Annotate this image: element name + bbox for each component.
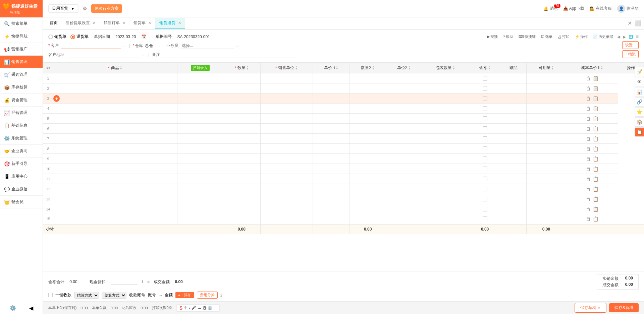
gift-cell-13[interactable] bbox=[469, 194, 501, 204]
tab-home[interactable]: 首页 bbox=[46, 18, 62, 28]
copy-icon-7[interactable]: 📋 bbox=[593, 136, 598, 141]
available-cell-8[interactable] bbox=[501, 144, 527, 154]
available-cell-15[interactable] bbox=[501, 214, 527, 224]
maximize-icon[interactable]: ⬜ bbox=[635, 20, 641, 26]
copy-icon-6[interactable]: 📋 bbox=[593, 126, 598, 131]
pkg-qty-cell-4[interactable] bbox=[386, 104, 422, 114]
copy-icon-9[interactable]: 📋 bbox=[593, 156, 598, 162]
gift-cell-8[interactable] bbox=[469, 144, 501, 154]
address-input[interactable] bbox=[66, 52, 140, 58]
sidebar-item-finance[interactable]: 💰 资金管理 bbox=[0, 94, 43, 107]
qty2-cell-7[interactable] bbox=[313, 134, 350, 144]
unit-cell-1[interactable] bbox=[223, 73, 260, 83]
available-cell-11[interactable] bbox=[501, 174, 527, 184]
price-cell-14[interactable] bbox=[260, 204, 313, 214]
copy-icon-1[interactable]: 📋 bbox=[593, 76, 598, 81]
copy-icon-11[interactable]: 📋 bbox=[593, 176, 598, 182]
gift-checkbox-9[interactable] bbox=[483, 156, 487, 161]
product-cell-14[interactable] bbox=[53, 204, 177, 214]
delete-icon-8[interactable]: 🗑 bbox=[586, 146, 591, 151]
cost-price-cell-5[interactable] bbox=[527, 114, 566, 124]
sidebar-item-guide[interactable]: 🎯 新手引导 bbox=[0, 158, 43, 170]
address-dots[interactable]: ··· bbox=[142, 53, 146, 57]
unit-cell-5[interactable] bbox=[223, 114, 260, 124]
delete-icon-10[interactable]: 🗑 bbox=[586, 166, 591, 172]
cost-price-cell-3[interactable] bbox=[527, 93, 566, 104]
pkg-qty-cell-6[interactable] bbox=[386, 124, 422, 134]
gift-cell-11[interactable] bbox=[469, 174, 501, 184]
unit-cell-15[interactable] bbox=[223, 214, 260, 224]
gift-checkbox-7[interactable] bbox=[483, 136, 487, 141]
available-cell-9[interactable] bbox=[501, 154, 527, 164]
pkg-qty-cell-11[interactable] bbox=[386, 174, 422, 184]
available-cell-7[interactable] bbox=[501, 134, 527, 144]
tab-goods[interactable]: 销货单 ✕ bbox=[129, 18, 155, 28]
copy-icon-2[interactable]: 📋 bbox=[593, 86, 598, 91]
sidebar-item-purchase[interactable]: 🛒 采购管理 bbox=[0, 68, 43, 81]
copy-icon-12[interactable]: 📋 bbox=[593, 186, 598, 192]
gift-cell-1[interactable] bbox=[469, 73, 501, 83]
qty-cell-3[interactable] bbox=[177, 93, 223, 104]
gift-cell-9[interactable] bbox=[469, 154, 501, 164]
price-cell-13[interactable] bbox=[260, 194, 313, 204]
price-cell-10[interactable] bbox=[260, 164, 313, 174]
amount-cell-5[interactable] bbox=[422, 114, 469, 124]
gift-checkbox-11[interactable] bbox=[483, 177, 487, 181]
customer-dots[interactable]: ... bbox=[123, 44, 126, 48]
settings-bottom-icon[interactable]: ⚙️ bbox=[9, 305, 16, 311]
price-cell-12[interactable] bbox=[260, 184, 313, 194]
tab-order-close[interactable]: ✕ bbox=[122, 21, 125, 25]
remark-input[interactable] bbox=[162, 52, 296, 58]
delete-icon-2[interactable]: 🗑 bbox=[586, 86, 591, 91]
customer-input[interactable] bbox=[61, 43, 121, 49]
sidebar-collapse-icon[interactable]: ◀ bbox=[29, 305, 33, 311]
pkg-qty-cell-5[interactable] bbox=[386, 114, 422, 124]
qty2-cell-15[interactable] bbox=[313, 214, 350, 224]
account-dots[interactable]: ··· bbox=[159, 293, 162, 298]
pkg-qty-cell-3[interactable] bbox=[386, 93, 422, 104]
unit2-cell-12[interactable] bbox=[350, 184, 386, 194]
cost-price-cell-15[interactable] bbox=[527, 214, 566, 224]
daily-goods-btn[interactable]: 日用百货 ▼ bbox=[48, 4, 78, 13]
amount-cell-1[interactable] bbox=[422, 73, 469, 83]
price-cell-7[interactable] bbox=[260, 134, 313, 144]
price-cell-5[interactable] bbox=[260, 114, 313, 124]
qty-cell-12[interactable] bbox=[177, 184, 223, 194]
gift-cell-4[interactable] bbox=[469, 104, 501, 114]
cost-price-cell-10[interactable] bbox=[527, 164, 566, 174]
cost-price-cell-1[interactable] bbox=[527, 73, 566, 83]
tab-order[interactable]: 销售订单 ✕ bbox=[100, 18, 129, 28]
gift-checkbox-1[interactable] bbox=[483, 76, 487, 81]
price-cell-4[interactable] bbox=[260, 104, 313, 114]
discount-input[interactable] bbox=[111, 279, 138, 285]
gift-cell-5[interactable] bbox=[469, 114, 501, 124]
unit2-cell-13[interactable] bbox=[350, 194, 386, 204]
calendar-icon[interactable]: 📅 bbox=[141, 35, 146, 39]
cost-price-cell-12[interactable] bbox=[527, 184, 566, 194]
unit-cell-11[interactable] bbox=[223, 174, 260, 184]
cost-price-cell-11[interactable] bbox=[527, 174, 566, 184]
grid-view-icon[interactable]: ⊞ bbox=[629, 34, 633, 40]
copy-icon-13[interactable]: 📋 bbox=[593, 196, 598, 202]
sidebar-item-system[interactable]: ⚙️ 系统管理 bbox=[0, 132, 43, 145]
gift-checkbox-6[interactable] bbox=[483, 126, 487, 131]
price-cell-9[interactable] bbox=[260, 154, 313, 164]
unit-cell-10[interactable] bbox=[223, 164, 260, 174]
delete-icon-12[interactable]: 🗑 bbox=[586, 186, 591, 192]
sidebar-item-apps[interactable]: 📱 应用中心 bbox=[0, 170, 43, 183]
sidebar-item-basic[interactable]: 📋 基础信息 bbox=[0, 119, 43, 132]
unit2-cell-7[interactable] bbox=[350, 134, 386, 144]
cost-price-cell-8[interactable] bbox=[527, 144, 566, 154]
cost-price-cell-6[interactable] bbox=[527, 124, 566, 134]
qty2-cell-14[interactable] bbox=[313, 204, 350, 214]
price-cell-3[interactable] bbox=[260, 93, 313, 104]
col-scan[interactable]: 扫码录入 bbox=[177, 63, 223, 73]
right-icon-1[interactable]: 📝 bbox=[635, 67, 644, 76]
qty-cell-6[interactable] bbox=[177, 124, 223, 134]
gift-cell-2[interactable] bbox=[469, 83, 501, 93]
tab-price-close[interactable]: ✕ bbox=[93, 21, 96, 25]
qty-cell-13[interactable] bbox=[177, 194, 223, 204]
amount-cell-3[interactable] bbox=[422, 93, 469, 104]
gift-cell-7[interactable] bbox=[469, 134, 501, 144]
amount-cell-9[interactable] bbox=[422, 154, 469, 164]
